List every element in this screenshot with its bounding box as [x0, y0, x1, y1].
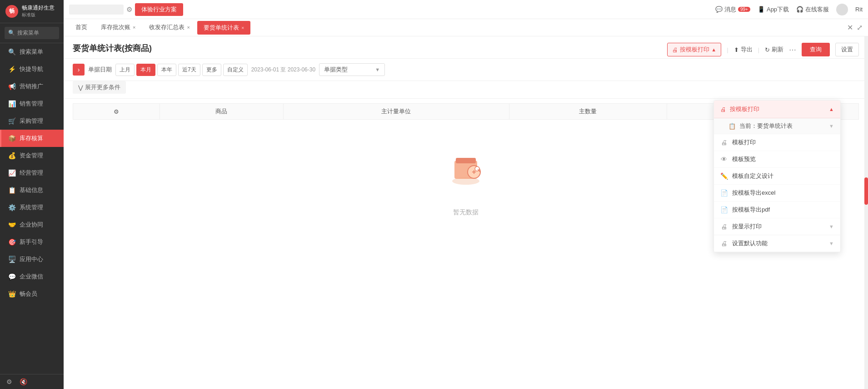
- sidebar-item-inventory[interactable]: 📦库存核算: [0, 130, 64, 147]
- tabs-bar: 首页库存批次账×收发存汇总表×要货单统计表× ✕ ⤢: [64, 19, 868, 36]
- settings-bottom-icon[interactable]: ⚙: [6, 378, 12, 385]
- main-content: ⚙ 体验行业方案 💬 消息 99+ 📱 App下载 🎧 在线客服 Rit 首页库…: [64, 0, 868, 389]
- sidebar-item-newbie[interactable]: 🎯新手引导: [0, 233, 64, 251]
- type-selector[interactable]: 单据类型 ▼: [319, 63, 385, 76]
- dropdown-item-export-excel[interactable]: 📄按模板导出excel: [714, 185, 840, 202]
- enterprise-icon: 🤝: [8, 221, 16, 228]
- sidebar-item-wechat[interactable]: 💬企业微信: [0, 268, 64, 285]
- sidebar-navigation: 🔍搜索菜单⚡快捷导航📢营销推广📊销售管理🛒采购管理📦库存核算💰资金管理📈经营管理…: [0, 43, 64, 374]
- expand-sidebar-button[interactable]: ›: [73, 64, 85, 76]
- dropdown-section-display-print[interactable]: 🖨按显示打印▼: [714, 218, 840, 235]
- sidebar-item-operations[interactable]: 📈经营管理: [0, 164, 64, 182]
- sidebar-item-enterprise[interactable]: 🤝企业协同: [0, 216, 64, 233]
- sound-bottom-icon[interactable]: 🔇: [20, 378, 27, 385]
- messages-action[interactable]: 💬 消息 99+: [715, 5, 750, 14]
- app-version: 标准版: [22, 12, 55, 18]
- set-default-arrow: ▼: [829, 241, 834, 246]
- current-icon: 📋: [728, 123, 736, 130]
- message-badge: 99+: [738, 7, 750, 12]
- search-menu-button[interactable]: 🔍 搜索菜单: [5, 27, 59, 39]
- query-button[interactable]: 查询: [802, 43, 830, 56]
- dropdown-header[interactable]: 🖨 按模板打印 ▲: [714, 101, 840, 118]
- tab-home[interactable]: 首页: [69, 20, 94, 35]
- col-header-quantity: 主数量: [509, 104, 667, 120]
- action-buttons: 🖨 按模板打印 ▲ | ⬆ 导出 | ↻ 刷新 ⋯ 查询 设置: [667, 43, 859, 56]
- close-tab-button[interactable]: ✕: [847, 23, 853, 32]
- date-btn-本年[interactable]: 本年: [157, 64, 176, 76]
- tab-order-stats[interactable]: 要货单统计表×: [197, 21, 250, 35]
- export-button[interactable]: ⬆ 导出: [734, 45, 753, 54]
- sidebar-item-member[interactable]: 👑畅会员: [0, 285, 64, 303]
- export-icon: ⬆: [734, 46, 739, 53]
- date-buttons-group: 上月本月本年近7天更多自定义: [115, 64, 248, 76]
- sidebar-item-purchase[interactable]: 🛒采购管理: [0, 112, 64, 130]
- trial-button[interactable]: 体验行业方案: [135, 3, 183, 16]
- tab-close-inventory-batch[interactable]: ×: [133, 25, 135, 30]
- sidebar-item-app-center[interactable]: 🖥️应用中心: [0, 251, 64, 268]
- dropdown-sections-list: 🖨按显示打印▼🖨设置默认功能▼: [714, 218, 840, 252]
- member-icon: 👑: [8, 290, 16, 298]
- sidebar-item-sales[interactable]: 📊销售管理: [0, 95, 64, 112]
- marketing-icon: 📢: [8, 83, 16, 90]
- print-arrow-icon: ▲: [711, 47, 716, 52]
- sidebar-search-area: 🔍 搜索菜单: [0, 23, 64, 43]
- dropdown-item-export-pdf[interactable]: 📄按模板导出pdf: [714, 202, 840, 218]
- header-gear-icon[interactable]: ⚙: [126, 5, 132, 14]
- dropdown-section-set-default[interactable]: 🖨设置默认功能▼: [714, 235, 840, 252]
- expand-conditions-bar: ⋁ 展开更多条件: [64, 81, 868, 99]
- export-excel-icon: 📄: [720, 189, 728, 197]
- finance-icon: 💰: [8, 152, 16, 159]
- search-icon: 🔍: [8, 48, 16, 56]
- export-pdf-icon: 📄: [720, 206, 728, 213]
- tab-close-order-stats[interactable]: ×: [241, 25, 244, 30]
- template-print-icon: 🖨: [720, 139, 728, 146]
- dropdown-collapse-icon: ▲: [829, 106, 834, 112]
- dropdown-items-list: 🖨模板打印👁模板预览✏️模板自定义设计📄按模板导出excel📄按模板导出pdf: [714, 134, 840, 218]
- sidebar-item-finance[interactable]: 💰资金管理: [0, 147, 64, 164]
- date-label: 单据日期: [88, 66, 112, 74]
- sales-icon: 📊: [8, 100, 16, 107]
- expand-conditions-button[interactable]: ⋁ 展开更多条件: [73, 81, 126, 94]
- dropdown-item-template-custom[interactable]: ✏️模板自定义设计: [714, 168, 840, 185]
- print-template-button[interactable]: 🖨 按模板打印 ▲: [667, 43, 721, 56]
- date-btn-上月[interactable]: 上月: [115, 64, 135, 76]
- sidebar-item-quick-nav[interactable]: ⚡快捷导航: [0, 61, 64, 78]
- right-scrollbar[interactable]: [864, 36, 868, 389]
- print-dropdown-icon: 🖨: [720, 106, 726, 113]
- basic-icon: 📋: [8, 187, 16, 194]
- service-icon: 🎧: [796, 6, 803, 13]
- set-default-icon: 🖨: [720, 240, 728, 247]
- sidebar-item-system[interactable]: ⚙️系统管理: [0, 199, 64, 216]
- tab-close-receivable-summary[interactable]: ×: [187, 25, 190, 30]
- dropdown-current-item[interactable]: 📋 当前：要货单统计表 ▼: [714, 118, 840, 134]
- tab-receivable-summary[interactable]: 收发存汇总表×: [143, 20, 196, 35]
- app-center-icon: 🖥️: [8, 256, 16, 263]
- date-btn-本月[interactable]: 本月: [136, 64, 155, 76]
- sidebar-item-basic[interactable]: 📋基础信息: [0, 182, 64, 199]
- settings-button[interactable]: 设置: [835, 43, 859, 56]
- header-right-actions: 💬 消息 99+ 📱 App下载 🎧 在线客服 Rit: [715, 4, 863, 15]
- user-name: Rit: [855, 6, 863, 13]
- svg-rect-2: [456, 158, 476, 163]
- dropdown-item-template-print[interactable]: 🖨模板打印: [714, 134, 840, 151]
- date-btn-近7天[interactable]: 近7天: [178, 64, 200, 76]
- display-print-arrow: ▼: [829, 224, 834, 229]
- user-avatar[interactable]: [836, 4, 848, 15]
- content-area: 要货单统计表(按商品) › 单据日期 上月本月本年近7天更多自定义 2023-0…: [64, 36, 868, 389]
- sidebar-item-search[interactable]: 🔍搜索菜单: [0, 43, 64, 61]
- col-header-settings[interactable]: ⚙: [73, 104, 160, 120]
- more-options-icon[interactable]: ⋯: [789, 45, 796, 54]
- refresh-button[interactable]: ↻ 刷新: [765, 45, 783, 54]
- date-btn-更多[interactable]: 更多: [202, 64, 221, 76]
- online-service-action[interactable]: 🎧 在线客服: [796, 5, 829, 14]
- tab-inventory-batch[interactable]: 库存批次账×: [95, 20, 142, 35]
- display-print-icon: 🖨: [720, 223, 728, 230]
- scrollbar-thumb: [864, 177, 868, 205]
- date-btn-自定义[interactable]: 自定义: [223, 64, 248, 76]
- sidebar-item-marketing[interactable]: 📢营销推广: [0, 78, 64, 95]
- header-search-input[interactable]: [69, 5, 124, 15]
- app-download-action[interactable]: 📱 App下载: [758, 5, 789, 14]
- maximize-button[interactable]: ⤢: [857, 23, 863, 32]
- dropdown-item-template-preview[interactable]: 👁模板预览: [714, 151, 840, 168]
- empty-icon: [443, 147, 489, 201]
